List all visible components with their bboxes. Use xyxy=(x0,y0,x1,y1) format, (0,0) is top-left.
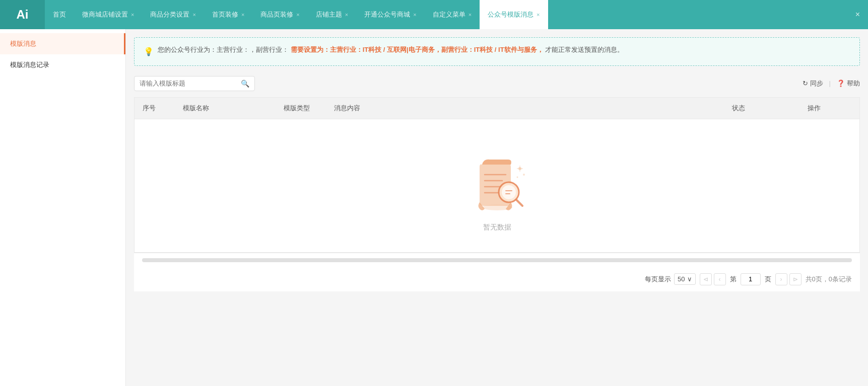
toolbar-right: ↻ 同步 | ❓ 帮助 xyxy=(803,79,860,88)
col-seq: 序号 xyxy=(135,97,175,119)
last-page-button[interactable]: ⊳ xyxy=(789,273,802,285)
app-logo: Ai xyxy=(0,0,45,29)
nav-tab-category-settings[interactable]: 商品分类设置× xyxy=(142,0,204,29)
nav-tabs: 首页微商城店铺设置×商品分类设置×首页装修×商品页装修×店铺主题×开通公众号商城… xyxy=(45,0,847,29)
prev-page-button[interactable]: ‹ xyxy=(714,273,726,285)
close-tab-template-message-icon[interactable]: × xyxy=(537,12,540,18)
search-box: 🔍 xyxy=(134,76,255,91)
scrollbar-area xyxy=(134,253,860,267)
page-number-input[interactable] xyxy=(741,273,761,285)
empty-state-row: 暂无数据 xyxy=(135,119,860,252)
pagination: 每页显示 50 ∨ ⊲ ‹ 第 页 › ⊳ 共0页，0条记录 xyxy=(134,267,860,291)
nav-tab-shop-theme[interactable]: 店铺主题× xyxy=(308,0,356,29)
close-tab-home-decor-icon[interactable]: × xyxy=(241,12,244,18)
top-nav: Ai 首页微商城店铺设置×商品分类设置×首页装修×商品页装修×店铺主题×开通公众… xyxy=(0,0,868,29)
sync-button[interactable]: ↻ 同步 xyxy=(803,79,823,88)
svg-point-11 xyxy=(523,174,525,176)
col-content: 消息内容 xyxy=(326,97,724,119)
sidebar: 模版消息模版消息记录 xyxy=(0,29,126,386)
nav-tab-home-decor[interactable]: 首页装修× xyxy=(204,0,252,29)
col-status: 状态 xyxy=(724,97,799,119)
dropdown-arrow-icon: ∨ xyxy=(687,275,692,283)
nav-tab-shop-settings[interactable]: 微商城店铺设置× xyxy=(74,0,142,29)
search-icon[interactable]: 🔍 xyxy=(241,80,249,88)
page-navigation: ⊲ ‹ 第 页 › ⊳ xyxy=(700,273,802,285)
help-icon: ❓ xyxy=(837,80,845,87)
next-page-button[interactable]: › xyxy=(775,273,787,285)
table-body: 暂无数据 xyxy=(135,119,860,252)
nav-tab-custom-menu[interactable]: 自定义菜单× xyxy=(425,0,480,29)
total-info: 共0页，0条记录 xyxy=(806,275,852,284)
search-input[interactable] xyxy=(140,80,241,87)
sidebar-item-template-msg-record[interactable]: 模版消息记录 xyxy=(0,54,125,75)
nav-tab-open-wechat-shop[interactable]: 开通公众号商城× xyxy=(356,0,424,29)
content-area: 💡 您的公众号行业为：主营行业：，副营行业： 需要设置为：主营行业：IT科技 /… xyxy=(126,29,868,386)
nav-tab-template-message[interactable]: 公众号模版消息× xyxy=(480,0,548,29)
close-tab-product-decor-icon[interactable]: × xyxy=(296,12,299,18)
close-tab-shop-theme-icon[interactable]: × xyxy=(345,12,348,18)
table-header: 序号 模版名称 模版类型 消息内容 状态 操作 xyxy=(135,97,860,119)
empty-icon xyxy=(464,149,530,215)
close-tab-open-wechat-shop-icon[interactable]: × xyxy=(413,12,416,18)
data-table: 序号 模版名称 模版类型 消息内容 状态 操作 xyxy=(134,97,860,253)
svg-point-6 xyxy=(502,185,516,199)
empty-text: 暂无数据 xyxy=(145,223,849,232)
page-size-dropdown[interactable]: 50 ∨ xyxy=(674,273,695,285)
page-unit-label: 页 xyxy=(765,275,771,284)
page-size-selector: 每页显示 50 ∨ xyxy=(645,273,695,285)
page-size-label: 每页显示 xyxy=(645,275,671,284)
col-name: 模版名称 xyxy=(175,97,276,119)
close-all-button[interactable]: × xyxy=(847,0,868,29)
svg-point-12 xyxy=(516,176,518,178)
sync-icon: ↻ xyxy=(803,80,808,87)
main-layout: 模版消息模版消息记录 💡 您的公众号行业为：主营行业：，副营行业： 需要设置为：… xyxy=(0,29,868,386)
notice-box: 💡 您的公众号行业为：主营行业：，副营行业： 需要设置为：主营行业：IT科技 /… xyxy=(134,37,860,66)
notice-text: 您的公众号行业为：主营行业：，副营行业： 需要设置为：主营行业：IT科技 / 互… xyxy=(158,45,624,55)
close-tab-shop-settings-icon[interactable]: × xyxy=(131,12,134,18)
sidebar-item-template-msg[interactable]: 模版消息 xyxy=(0,33,125,54)
toolbar: 🔍 ↻ 同步 | ❓ 帮助 xyxy=(134,76,860,91)
horizontal-scrollbar[interactable] xyxy=(142,258,852,262)
empty-state: 暂无数据 xyxy=(135,119,859,252)
divider: | xyxy=(829,80,831,87)
col-type: 模版类型 xyxy=(276,97,326,119)
nav-tab-home[interactable]: 首页 xyxy=(45,0,74,29)
nav-tab-product-decor[interactable]: 商品页装修× xyxy=(252,0,307,29)
first-page-button[interactable]: ⊲ xyxy=(700,273,712,285)
close-tab-custom-menu-icon[interactable]: × xyxy=(469,12,472,18)
help-button[interactable]: ❓ 帮助 xyxy=(837,79,860,88)
current-page-prefix: 第 xyxy=(730,275,737,284)
close-tab-category-settings-icon[interactable]: × xyxy=(192,12,195,18)
svg-line-7 xyxy=(516,200,522,206)
notice-icon: 💡 xyxy=(144,45,154,58)
col-action: 操作 xyxy=(799,97,860,119)
